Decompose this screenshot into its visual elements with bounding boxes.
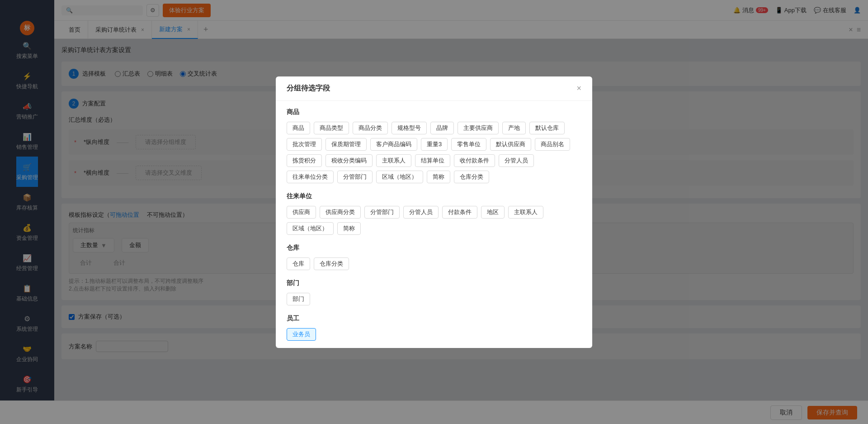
- field-tags-partner: 供应商供应商分类分管部门分管人员付款条件地区主联系人区域（地区）简称: [287, 206, 581, 235]
- field-tag-department-0[interactable]: 部门: [287, 293, 310, 305]
- field-tag-partner-8[interactable]: 简称: [337, 222, 361, 235]
- field-tag-product-19[interactable]: 收付款条件: [454, 154, 495, 167]
- section-partner: 往来单位供应商供应商分类分管部门分管人员付款条件地区主联系人区域（地区）简称: [287, 192, 581, 235]
- modal-close-button[interactable]: ×: [576, 84, 581, 93]
- field-tag-product-5[interactable]: 主要供应商: [458, 122, 499, 134]
- field-tag-partner-3[interactable]: 分管人员: [403, 206, 439, 219]
- modal-overlay: 分组待选字段 × 商品商品商品类型商品分类规格型号品牌主要供应商产地默认仓库批次…: [0, 0, 868, 424]
- field-tag-product-9[interactable]: 保质期管理: [326, 138, 367, 151]
- field-tag-product-15[interactable]: 拣货积分: [287, 154, 322, 167]
- section-title-warehouse: 仓库: [287, 244, 581, 252]
- field-tag-product-18[interactable]: 结算单位: [415, 154, 450, 167]
- section-warehouse: 仓库仓库仓库分类: [287, 244, 581, 270]
- field-tag-product-16[interactable]: 税收分类编码: [326, 154, 373, 167]
- field-tag-partner-4[interactable]: 付款条件: [442, 206, 477, 219]
- field-tag-warehouse-0[interactable]: 仓库: [287, 257, 310, 270]
- field-tag-partner-2[interactable]: 分管部门: [364, 206, 400, 219]
- field-tag-partner-6[interactable]: 主联系人: [508, 206, 543, 219]
- field-tag-product-11[interactable]: 重量3: [421, 138, 448, 151]
- field-tags-employee: 业务员: [287, 328, 581, 341]
- field-tag-product-10[interactable]: 客户商品编码: [370, 138, 417, 151]
- field-tag-product-20[interactable]: 分管人员: [499, 154, 534, 167]
- field-selection-modal: 分组待选字段 × 商品商品商品类型商品分类规格型号品牌主要供应商产地默认仓库批次…: [276, 76, 592, 348]
- field-tag-product-3[interactable]: 规格型号: [392, 122, 427, 134]
- section-product: 商品商品商品类型商品分类规格型号品牌主要供应商产地默认仓库批次管理保质期管理客户…: [287, 108, 581, 183]
- field-tag-partner-1[interactable]: 供应商分类: [320, 206, 361, 219]
- modal-title: 分组待选字段: [287, 84, 330, 93]
- field-tag-product-17[interactable]: 主联系人: [376, 154, 411, 167]
- field-tag-product-12[interactable]: 零售单位: [451, 138, 486, 151]
- field-tag-partner-5[interactable]: 地区: [481, 206, 505, 219]
- field-tag-product-0[interactable]: 商品: [287, 122, 310, 134]
- field-tag-product-2[interactable]: 商品分类: [353, 122, 388, 134]
- field-tag-partner-7[interactable]: 区域（地区）: [287, 222, 334, 235]
- field-tag-employee-0[interactable]: 业务员: [287, 328, 316, 341]
- field-tag-product-14[interactable]: 商品别名: [535, 138, 570, 151]
- modal-body: 商品商品商品类型商品分类规格型号品牌主要供应商产地默认仓库批次管理保质期管理客户…: [276, 101, 592, 348]
- section-title-partner: 往来单位: [287, 192, 581, 200]
- field-tags-department: 部门: [287, 293, 581, 305]
- section-title-employee: 员工: [287, 314, 581, 323]
- field-tag-product-23[interactable]: 区域（地区）: [376, 171, 423, 183]
- modal-header: 分组待选字段 ×: [276, 76, 592, 101]
- field-tag-product-1[interactable]: 商品类型: [314, 122, 349, 134]
- section-title-product: 商品: [287, 108, 581, 116]
- field-tag-partner-0[interactable]: 供应商: [287, 206, 316, 219]
- field-tags-warehouse: 仓库仓库分类: [287, 257, 581, 270]
- field-tag-product-7[interactable]: 默认仓库: [529, 122, 565, 134]
- field-tag-product-25[interactable]: 仓库分类: [454, 171, 489, 183]
- section-title-department: 部门: [287, 279, 581, 287]
- field-tag-product-4[interactable]: 品牌: [430, 122, 454, 134]
- field-tag-product-24[interactable]: 简称: [427, 171, 450, 183]
- field-tags-product: 商品商品类型商品分类规格型号品牌主要供应商产地默认仓库批次管理保质期管理客户商品…: [287, 122, 581, 183]
- field-tag-product-8[interactable]: 批次管理: [287, 138, 322, 151]
- field-tag-product-6[interactable]: 产地: [502, 122, 526, 134]
- section-department: 部门部门: [287, 279, 581, 305]
- field-tag-warehouse-1[interactable]: 仓库分类: [314, 257, 349, 270]
- field-tag-product-22[interactable]: 分管部门: [337, 171, 373, 183]
- section-employee: 员工业务员: [287, 314, 581, 341]
- field-tag-product-13[interactable]: 默认供应商: [490, 138, 531, 151]
- field-tag-product-21[interactable]: 往来单位分类: [287, 171, 334, 183]
